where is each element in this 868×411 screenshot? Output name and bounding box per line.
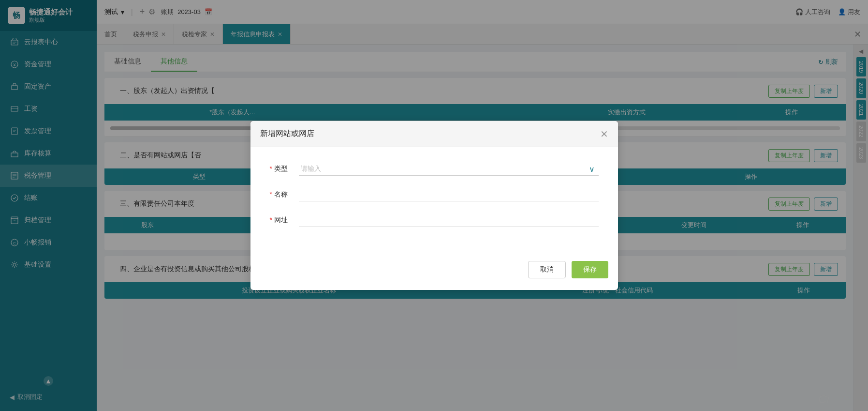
name-input-wrap bbox=[299, 187, 599, 201]
cancel-btn[interactable]: 取消 bbox=[528, 261, 566, 278]
type-required-mark: * bbox=[270, 165, 272, 172]
url-label: * 网址 bbox=[270, 216, 299, 225]
type-input[interactable] bbox=[299, 162, 599, 176]
form-row-type: * 类型 ∨ bbox=[270, 162, 599, 176]
url-input[interactable] bbox=[299, 213, 599, 227]
type-label: * 类型 bbox=[270, 165, 299, 173]
name-required-mark: * bbox=[270, 190, 272, 198]
dialog-body: * 类型 ∨ * 名称 * bbox=[250, 147, 618, 253]
url-input-wrap bbox=[299, 213, 599, 227]
dialog-title: 新增网站或网店 bbox=[260, 129, 314, 139]
url-label-text: 网址 bbox=[274, 216, 288, 224]
type-label-text: 类型 bbox=[274, 165, 288, 172]
dialog-footer: 取消 保存 bbox=[250, 253, 618, 290]
form-row-url: * 网址 bbox=[270, 213, 599, 227]
dialog-close-btn[interactable]: ✕ bbox=[600, 129, 608, 139]
url-required-mark: * bbox=[270, 216, 272, 224]
name-input[interactable] bbox=[299, 187, 599, 201]
dialog-overlay[interactable]: 新增网站或网店 ✕ * 类型 ∨ * 名称 bbox=[0, 0, 868, 411]
form-row-name: * 名称 bbox=[270, 187, 599, 201]
name-label: * 名称 bbox=[270, 190, 299, 199]
save-btn[interactable]: 保存 bbox=[572, 261, 608, 278]
name-label-text: 名称 bbox=[274, 190, 288, 198]
add-website-dialog: 新增网站或网店 ✕ * 类型 ∨ * 名称 bbox=[250, 121, 618, 290]
dialog-header: 新增网站或网店 ✕ bbox=[250, 121, 618, 147]
type-input-wrap: ∨ bbox=[299, 162, 599, 176]
